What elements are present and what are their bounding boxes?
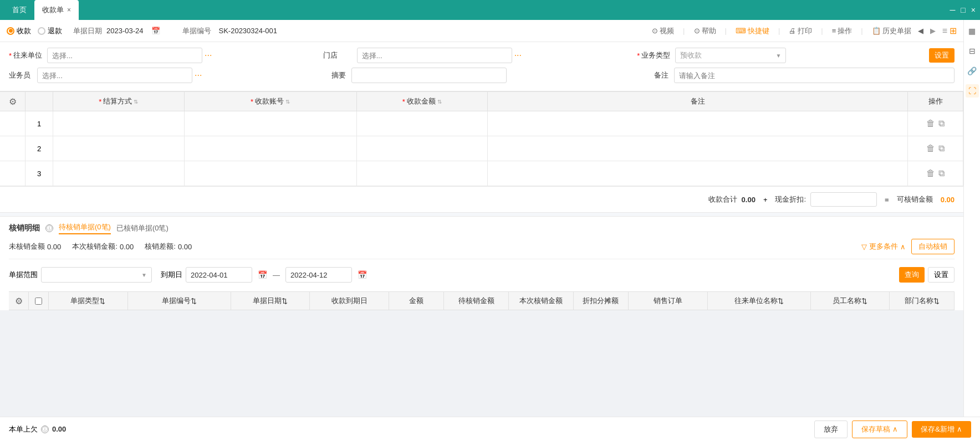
row3-settle[interactable] <box>53 161 185 186</box>
date-to-input[interactable] <box>285 267 352 283</box>
row2-remark[interactable] <box>488 136 908 161</box>
help-btn[interactable]: ⊙ 帮助 <box>694 26 716 36</box>
save-new-arrow-icon[interactable]: ∧ <box>957 425 962 433</box>
row2-copy-icon[interactable]: ⧉ <box>938 143 945 153</box>
table-amount-header: * 收款金额 ⇅ <box>357 92 488 111</box>
filter-settings-btn[interactable]: 设置 <box>928 267 955 283</box>
settings-btn[interactable]: 设置 <box>929 48 955 63</box>
maximize-btn[interactable]: □ <box>961 6 965 14</box>
salesperson-input[interactable] <box>37 68 192 83</box>
row2-amount[interactable] <box>357 136 488 161</box>
partner-input[interactable] <box>47 48 202 63</box>
sidebar-table-icon[interactable]: ▦ <box>966 24 979 38</box>
row3-gear <box>0 161 25 186</box>
uncancelled-label: 未核销金额 <box>9 242 45 252</box>
row3-amount[interactable] <box>357 161 488 186</box>
auto-writeoff-btn[interactable]: 自动核销 <box>911 239 955 254</box>
this-doc-info-icon[interactable]: ⓘ <box>41 425 49 433</box>
video-btn[interactable]: ⊙ 视频 <box>652 26 674 36</box>
lower-date-header: 单据日期 ⇅ <box>231 292 310 310</box>
save-new-btn[interactable]: 保存&新增 ∧ <box>912 421 971 438</box>
due-date-label: 到期日 <box>161 270 182 280</box>
discard-btn[interactable]: 放弃 <box>814 421 848 438</box>
more-conditions-btn[interactable]: ▽ 更多条件 ∧ <box>861 242 906 252</box>
form-area: * 往来单位 ··· 门店 ··· * 业务类型 预收款 ▼ <box>0 42 963 91</box>
tab-home[interactable]: 首页 <box>4 0 34 20</box>
lower-gear-col[interactable]: ⚙ <box>9 292 29 310</box>
row1-settle[interactable] <box>53 111 185 136</box>
table-settings-col[interactable]: ⚙ <box>0 92 25 111</box>
row3-delete-icon[interactable]: 🗑 <box>926 168 935 178</box>
salesperson-more-btn[interactable]: ··· <box>195 71 202 80</box>
refund-radio[interactable]: 退款 <box>38 26 62 36</box>
lower-sales-header: 销售订单 <box>629 292 708 310</box>
done-tab[interactable]: 已核销单据(0笔) <box>116 223 169 233</box>
equals-sign: = <box>885 196 889 204</box>
available-value: 0.00 <box>941 196 955 204</box>
minimize-btn[interactable]: ─ <box>950 6 955 14</box>
available-label: 可核销金额 <box>897 194 933 204</box>
doc-range-select[interactable]: ▼ <box>41 267 152 283</box>
row2-delete-icon[interactable]: 🗑 <box>926 143 935 153</box>
row1-amount[interactable] <box>357 111 488 136</box>
window-close-btn[interactable]: × <box>971 6 976 14</box>
tab-close-icon[interactable]: × <box>67 6 71 14</box>
nav-right-icon[interactable]: ▶ <box>930 27 936 35</box>
calendar-from-icon[interactable]: 📅 <box>258 270 267 279</box>
table-row: 3 🗑 ⧉ <box>0 161 963 186</box>
summary-label: 摘要 <box>331 70 348 80</box>
store-more-btn[interactable]: ··· <box>514 51 522 60</box>
calendar-to-icon[interactable]: 📅 <box>358 270 367 279</box>
main-content: 收款 退款 单据日期 2023-03-24 📅 单据编号 SK-20230324… <box>0 20 963 417</box>
shortcut-btn[interactable]: ⌨ 快捷键 <box>736 26 769 36</box>
receipt-radio-dot <box>7 27 14 35</box>
discount-input[interactable] <box>810 192 877 207</box>
row1-copy-icon[interactable]: ⧉ <box>938 119 945 129</box>
biz-type-label: 业务类型 <box>641 50 672 60</box>
store-input[interactable] <box>357 48 512 63</box>
grid-view-icon[interactable]: ⊞ <box>950 25 957 36</box>
tab-receipt[interactable]: 收款单 × <box>34 0 79 20</box>
doc-date-label: 单据日期 <box>73 26 102 36</box>
filter-buttons: 查询 设置 <box>899 267 955 283</box>
list-view-icon[interactable]: ≡ <box>942 26 947 36</box>
draft-arrow-icon[interactable]: ∧ <box>892 425 898 433</box>
summary-input[interactable] <box>351 68 507 83</box>
table-gear-icon[interactable]: ⚙ <box>9 96 17 107</box>
lower-pending-header: 待核销金额 <box>444 292 509 310</box>
receipt-radio[interactable]: 收款 <box>7 26 31 36</box>
row3-copy-icon[interactable]: ⧉ <box>938 168 945 178</box>
save-draft-btn[interactable]: 保存草稿 ∧ <box>852 421 907 438</box>
sidebar-list-icon[interactable]: ⊟ <box>966 44 979 58</box>
biz-type-select[interactable]: 预收款 ▼ <box>675 48 786 63</box>
sidebar-link-icon[interactable]: 🔗 <box>966 64 979 78</box>
row1-account[interactable] <box>185 111 357 136</box>
row1-delete-icon[interactable]: 🗑 <box>926 119 935 129</box>
row3-remark[interactable] <box>488 161 908 186</box>
query-btn[interactable]: 查询 <box>899 267 925 283</box>
row2-settle[interactable] <box>53 136 185 161</box>
calendar-icon[interactable]: 📅 <box>151 27 160 35</box>
right-sidebar: ▦ ⊟ 🔗 ⛶ <box>963 20 980 417</box>
row2-account[interactable] <box>185 136 357 161</box>
lower-gear-icon[interactable]: ⚙ <box>15 296 23 306</box>
current-cancel-label: 本次核销金额: <box>72 242 118 252</box>
lower-check-col[interactable] <box>29 292 49 310</box>
table-remark-header: 备注 <box>488 92 908 111</box>
nav-left-icon[interactable]: ◀ <box>918 27 923 35</box>
history-btn[interactable]: 📋 历史单据 <box>872 26 911 36</box>
select-all-checkbox[interactable] <box>35 298 42 305</box>
sidebar-expand-icon[interactable]: ⛶ <box>966 84 979 98</box>
row1-remark[interactable] <box>488 111 908 136</box>
remark-input[interactable] <box>674 68 955 83</box>
date-from-input[interactable] <box>186 267 252 283</box>
row3-account[interactable] <box>185 161 357 186</box>
sep4: | <box>821 27 823 35</box>
operation-btn[interactable]: ≡ 操作 <box>832 26 853 36</box>
table-row: 2 🗑 ⧉ <box>0 136 963 161</box>
partner-more-btn[interactable]: ··· <box>205 51 212 60</box>
pending-tab[interactable]: 待核销单据(0笔) <box>59 222 111 234</box>
row2-op: 🗑 ⧉ <box>908 136 963 161</box>
print-btn[interactable]: 🖨 打印 <box>789 26 812 36</box>
writeoff-info-icon[interactable]: ⓘ <box>45 224 53 232</box>
